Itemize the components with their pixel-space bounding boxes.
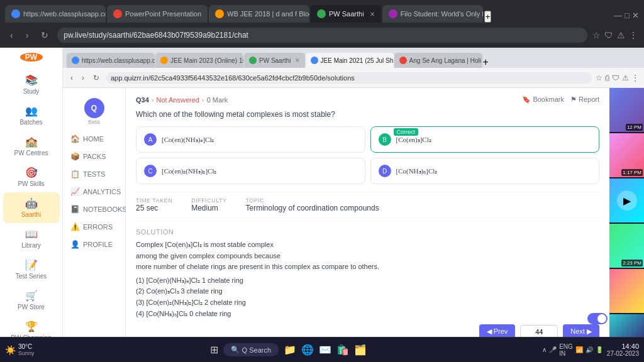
inner-tab-4[interactable]: Ang Se Ang Lagana | Holi Song | ... ✕: [394, 53, 482, 68]
outer-address-bar: ‹ › ↻ ☆ 🛡 ⚠ ⋮: [0, 23, 644, 48]
video-time-2: 1:17 PM: [621, 169, 643, 176]
datetime-display[interactable]: 14:40 27-02-2023: [607, 343, 639, 357]
new-tab-button[interactable]: +: [484, 11, 492, 23]
back-button[interactable]: ‹: [6, 28, 17, 43]
reload-button[interactable]: ↻: [37, 28, 52, 43]
sidebar-label-study: Study: [23, 88, 40, 95]
inner-warning-icon: ⚠: [622, 74, 629, 82]
inner-bookmark-icon[interactable]: ☆: [596, 74, 602, 82]
video-thumb-6[interactable]: [609, 314, 644, 337]
outer-tab-2[interactable]: WB JEE 2018 | d and f Block Elements... …: [209, 5, 309, 23]
quiz-beta-label: Beta: [84, 119, 104, 125]
outer-tab-4[interactable]: Filo Student: World's Only Live Instan..…: [382, 5, 483, 23]
maximize-icon[interactable]: □: [625, 11, 630, 20]
sidebar-label-store: PW Store: [18, 304, 45, 310]
sidebar-item-batches[interactable]: 👥 Batches: [3, 100, 60, 131]
taskbar: ☀️ 30°C Sunny ⊞ 🔍 Q Search 📁 🌐 ✉️ 🛍️ 🗂️ …: [0, 337, 644, 362]
video-thumb-3[interactable]: ▶: [609, 178, 644, 222]
video-time-4: 2:23 PM: [621, 260, 643, 266]
sidebar-item-pw-champion[interactable]: 🏆 PW Champion: [3, 315, 60, 337]
forward-button[interactable]: ›: [22, 28, 33, 43]
sidebar-item-pw-store[interactable]: 🛒 PW Store: [3, 285, 60, 315]
close-icon[interactable]: ✕: [632, 11, 639, 20]
video-thumb-2[interactable]: 1:17 PM: [609, 133, 644, 177]
video-thumb-5[interactable]: [609, 269, 644, 313]
video-thumb-1[interactable]: 12 PM: [609, 88, 644, 132]
quiz-sidebar-logo: Q Beta: [63, 93, 125, 130]
browser-icons: ☆ 🛡 ⚠ ⋮: [592, 30, 638, 40]
new-inner-tab-button[interactable]: +: [483, 57, 489, 68]
sidebar-item-pw-centres[interactable]: 🏫 PW Centres: [3, 131, 60, 162]
quiz-nav-notebooks[interactable]: 📓 NOTEBOOKS: [63, 200, 125, 218]
option-text-b: [Co(en)₃]Cl₂: [396, 136, 431, 144]
taskbar-store-icon[interactable]: 🛍️: [336, 344, 349, 356]
centres-icon: 🏫: [25, 136, 38, 148]
correct-badge: Correct: [394, 128, 419, 136]
quiz-nav-home[interactable]: 🏠 HOME: [63, 130, 125, 148]
question-number: Q34: [136, 96, 149, 104]
taskbar-file-icon[interactable]: 📁: [284, 344, 296, 356]
video-time-1: 12 PM: [626, 124, 643, 131]
tab-close-3[interactable]: ✕: [370, 11, 375, 18]
sidebar-label-centres: PW Centres: [14, 150, 48, 156]
menu-icon[interactable]: ⋮: [629, 30, 638, 40]
taskbar-folder-icon[interactable]: 🗂️: [354, 344, 367, 356]
video-thumb-4[interactable]: 2:23 PM: [609, 224, 644, 268]
toggle-container: [587, 313, 608, 324]
option-b[interactable]: B [Co(en)₃]Cl₂ Correct: [370, 126, 600, 153]
quiz-nav-analytics[interactable]: 📈 ANALYTICS: [63, 183, 125, 200]
inner-tab-2[interactable]: PW Saarthi ✕: [244, 53, 305, 68]
mic-icon[interactable]: 🎤: [549, 346, 557, 353]
tab-label-1: PowerPoint Presentation: [125, 10, 201, 18]
taskbar-search[interactable]: 🔍 Q Search: [223, 343, 279, 356]
time-taken-value: 25 sec: [136, 204, 172, 212]
page-input[interactable]: [520, 325, 558, 337]
inner-share-icon[interactable]: ⎙: [605, 74, 609, 82]
sidebar-label-saarthi: Saarthi: [21, 211, 42, 218]
next-button[interactable]: Next ▶: [563, 324, 599, 337]
sidebar-item-test-series[interactable]: 📝 Test Series: [3, 254, 60, 285]
notebooks-icon: 📓: [70, 205, 80, 214]
sidebar-item-saarthi[interactable]: 🤖 Saarthi: [3, 192, 60, 223]
inner-tab-1[interactable]: JEE Main 2023 (Online) 1st February I...…: [155, 53, 243, 68]
quiz-nav-tests[interactable]: 📋 TESTS: [63, 165, 125, 183]
tab-close-1[interactable]: ✕: [207, 11, 208, 18]
inner-back-button[interactable]: ‹: [68, 72, 75, 84]
outer-tab-3[interactable]: PW Saarthi ✕: [311, 5, 381, 23]
report-button[interactable]: ⚑ Report: [570, 96, 599, 104]
inner-forward-button[interactable]: ›: [79, 72, 87, 84]
prev-button[interactable]: ◀ Prev: [479, 324, 516, 337]
inner-reload-button[interactable]: ↻: [91, 72, 102, 84]
outer-tab-1[interactable]: PowerPoint Presentation ✕: [107, 5, 208, 23]
inner-tab-close-2[interactable]: ✕: [295, 57, 300, 63]
inner-tab-bar: https://web.classplusapp.com/newA... ✕ J…: [63, 48, 644, 68]
minimize-icon[interactable]: —: [614, 11, 622, 20]
address-input[interactable]: [57, 28, 587, 43]
inner-tab-3[interactable]: JEE Main 2021 (25 Jul Shift 2) - C... ✕: [306, 53, 394, 68]
sidebar-item-pw-skills[interactable]: 🎯 PW Skills: [3, 162, 60, 192]
store-icon: 🛒: [25, 290, 38, 302]
option-a[interactable]: A [Co(en)(NH₃)₄]Cl₂: [136, 126, 365, 153]
taskbar-edge-icon[interactable]: 🌐: [301, 344, 314, 356]
option-d[interactable]: D [Co(NH₃)₆]Cl₂: [370, 158, 600, 184]
speaker-icon[interactable]: 🔊: [586, 346, 593, 353]
tray-up-icon[interactable]: ∧: [542, 346, 547, 353]
outer-tab-0[interactable]: https://web.classplusapp.com/newAp... ✕: [5, 5, 106, 23]
bookmark-button[interactable]: 🔖 Bookmark: [522, 96, 564, 104]
bookmark-icon[interactable]: ☆: [592, 30, 601, 40]
quiz-nav-errors[interactable]: ⚠️ ERRORS: [63, 218, 125, 236]
inner-browser: https://web.classplusapp.com/newA... ✕ J…: [63, 48, 644, 337]
inner-tab-0[interactable]: https://web.classplusapp.com/newA... ✕: [67, 53, 155, 68]
sidebar-item-library[interactable]: 📖 Library: [3, 223, 60, 254]
tab-favicon-0: [11, 9, 20, 18]
inner-menu-icon[interactable]: ⋮: [631, 74, 639, 82]
quiz-nav-profile[interactable]: 👤 PROFILE: [63, 236, 125, 253]
sidebar-item-study[interactable]: 📚 Study: [3, 69, 60, 100]
study-icon: 📚: [25, 74, 38, 86]
toggle-button[interactable]: [587, 313, 608, 324]
quiz-nav-packs[interactable]: 📦 PACKS: [63, 148, 125, 165]
start-icon[interactable]: ⊞: [210, 344, 218, 356]
taskbar-mail-icon[interactable]: ✉️: [319, 344, 331, 356]
inner-address-input[interactable]: [106, 72, 592, 84]
option-c[interactable]: C [Co(en)₂(NH₃)₂]Cl₂: [136, 158, 365, 184]
